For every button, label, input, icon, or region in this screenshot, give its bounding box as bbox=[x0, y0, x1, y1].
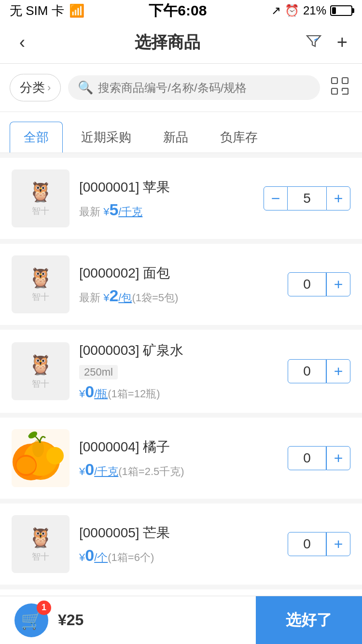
owl-icon: 🦉 bbox=[28, 526, 53, 549]
product-info: [0000003] 矿泉水 250ml ¥0/瓶(1箱=12瓶) bbox=[79, 341, 278, 401]
quantity-increase-button[interactable]: + bbox=[326, 532, 350, 556]
battery-icon bbox=[330, 5, 352, 16]
product-info: [0000002] 面包 最新 ¥2/包(1袋=5包) bbox=[79, 264, 278, 305]
quantity-input[interactable] bbox=[288, 532, 326, 556]
quantity-input[interactable] bbox=[288, 186, 326, 210]
battery-label: 21% bbox=[303, 4, 326, 17]
product-item: 🦉 智十 [0000001] 苹果 最新 ¥5/千克 − + bbox=[0, 158, 362, 239]
product-thumbnail: 🦉 智十 bbox=[12, 169, 70, 227]
product-name: [0000002] 面包 bbox=[79, 264, 278, 282]
svg-point-14 bbox=[46, 447, 64, 464]
status-left: 无 SIM 卡 📶 bbox=[10, 2, 84, 19]
product-info: [0000001] 苹果 最新 ¥5/千克 bbox=[79, 178, 254, 219]
product-name: [0000003] 矿泉水 bbox=[79, 341, 278, 360]
quantity-control: + bbox=[288, 359, 350, 383]
quantity-increase-button[interactable]: + bbox=[326, 186, 350, 210]
filter-icon[interactable] bbox=[305, 32, 322, 53]
brand-label: 智十 bbox=[32, 551, 49, 562]
search-wrap: 🔍 bbox=[68, 75, 320, 100]
product-info: [0000004] 橘子 ¥0/千克(1箱=2.5千克) bbox=[79, 438, 278, 479]
bottom-bar: 🛒 1 ¥25 选好了 bbox=[0, 596, 362, 644]
status-bar: 无 SIM 卡 📶 下午6:08 ↗ ⏰ 21% bbox=[0, 0, 362, 21]
nav-bar: ‹ 选择商品 + bbox=[0, 21, 362, 64]
quantity-control: + bbox=[288, 532, 350, 556]
category-label: 分类 bbox=[20, 79, 45, 96]
confirm-button[interactable]: 选好了 bbox=[256, 596, 362, 644]
product-info: [0000005] 芒果 ¥0/个(1箱=6个) bbox=[79, 524, 278, 565]
product-item: [0000004] 橘子 ¥0/千克(1箱=2.5千克) + bbox=[0, 418, 362, 499]
product-thumbnail: 🦉 智十 bbox=[12, 515, 70, 573]
product-name: [0000004] 橘子 bbox=[79, 438, 278, 456]
add-icon[interactable]: + bbox=[337, 32, 348, 53]
product-thumbnail: 🦉 智十 bbox=[12, 342, 70, 400]
product-price: ¥0/个(1箱=6个) bbox=[79, 546, 278, 565]
quantity-input[interactable] bbox=[288, 272, 326, 296]
carrier-label: 无 SIM 卡 bbox=[10, 2, 64, 19]
page-title: 选择商品 bbox=[135, 31, 200, 54]
product-name: [0000005] 芒果 bbox=[79, 524, 278, 542]
alarm-icon: ⏰ bbox=[285, 4, 299, 17]
back-button[interactable]: ‹ bbox=[14, 28, 30, 57]
product-list: 🦉 智十 [0000001] 苹果 最新 ¥5/千克 − + 🦉 智十 [000… bbox=[0, 153, 362, 644]
owl-icon: 🦉 bbox=[28, 266, 53, 289]
scan-icon[interactable] bbox=[327, 73, 352, 102]
search-input[interactable] bbox=[98, 81, 310, 95]
product-item: 🦉 智十 [0000005] 芒果 ¥0/个(1箱=6个) + bbox=[0, 504, 362, 585]
quantity-input[interactable] bbox=[288, 359, 326, 383]
owl-icon: 🦉 bbox=[28, 353, 53, 376]
location-icon: ↗ bbox=[271, 4, 281, 17]
product-price: 最新 ¥2/包(1袋=5包) bbox=[79, 286, 278, 305]
quantity-increase-button[interactable]: + bbox=[326, 272, 350, 296]
category-button[interactable]: 分类 › bbox=[10, 74, 61, 101]
tabs-bar: 全部 近期采购 新品 负库存 bbox=[0, 112, 362, 153]
tab-negative[interactable]: 负库存 bbox=[207, 122, 271, 153]
quantity-increase-button[interactable]: + bbox=[326, 359, 350, 383]
svg-rect-3 bbox=[332, 88, 337, 94]
cart-button[interactable]: 🛒 1 bbox=[14, 603, 48, 637]
tab-recent[interactable]: 近期采购 bbox=[68, 122, 145, 153]
status-time: 下午6:08 bbox=[149, 1, 207, 21]
quantity-input[interactable] bbox=[288, 446, 326, 470]
product-item: 🦉 智十 [0000003] 矿泉水 250ml ¥0/瓶(1箱=12瓶) + bbox=[0, 330, 362, 413]
svg-point-13 bbox=[16, 457, 36, 474]
quantity-control: − + bbox=[264, 186, 350, 210]
status-right: ↗ ⏰ 21% bbox=[271, 4, 352, 17]
owl-icon: 🦉 bbox=[28, 181, 53, 203]
quantity-control: + bbox=[288, 272, 350, 296]
product-price: ¥0/千克(1箱=2.5千克) bbox=[79, 460, 278, 479]
svg-rect-1 bbox=[332, 78, 337, 84]
product-name: [0000001] 苹果 bbox=[79, 178, 254, 196]
product-price: 最新 ¥5/千克 bbox=[79, 200, 254, 219]
filter-bar: 分类 › 🔍 bbox=[0, 64, 362, 112]
product-spec: 250ml bbox=[79, 365, 118, 379]
product-thumbnail: 🦉 智十 bbox=[12, 255, 70, 313]
cart-total: ¥25 bbox=[58, 611, 84, 629]
search-icon: 🔍 bbox=[78, 80, 93, 95]
cart-section: 🛒 1 ¥25 bbox=[0, 603, 256, 637]
svg-rect-2 bbox=[342, 78, 348, 84]
product-item: 🦉 智十 [0000002] 面包 最新 ¥2/包(1袋=5包) + bbox=[0, 244, 362, 325]
brand-label: 智十 bbox=[32, 205, 49, 217]
quantity-decrease-button[interactable]: − bbox=[264, 186, 288, 210]
product-thumbnail bbox=[12, 429, 70, 487]
quantity-control: + bbox=[288, 446, 350, 470]
brand-label: 智十 bbox=[32, 378, 49, 390]
tab-new[interactable]: 新品 bbox=[150, 122, 202, 153]
product-price: ¥0/瓶(1箱=12瓶) bbox=[79, 382, 278, 401]
tab-all[interactable]: 全部 bbox=[10, 122, 63, 153]
brand-label: 智十 bbox=[32, 291, 49, 303]
cart-badge: 1 bbox=[37, 601, 51, 615]
svg-point-11 bbox=[32, 440, 44, 457]
chevron-right-icon: › bbox=[47, 82, 51, 94]
nav-right-actions: + bbox=[305, 32, 348, 53]
quantity-increase-button[interactable]: + bbox=[326, 446, 350, 470]
wifi-icon: 📶 bbox=[69, 3, 84, 18]
